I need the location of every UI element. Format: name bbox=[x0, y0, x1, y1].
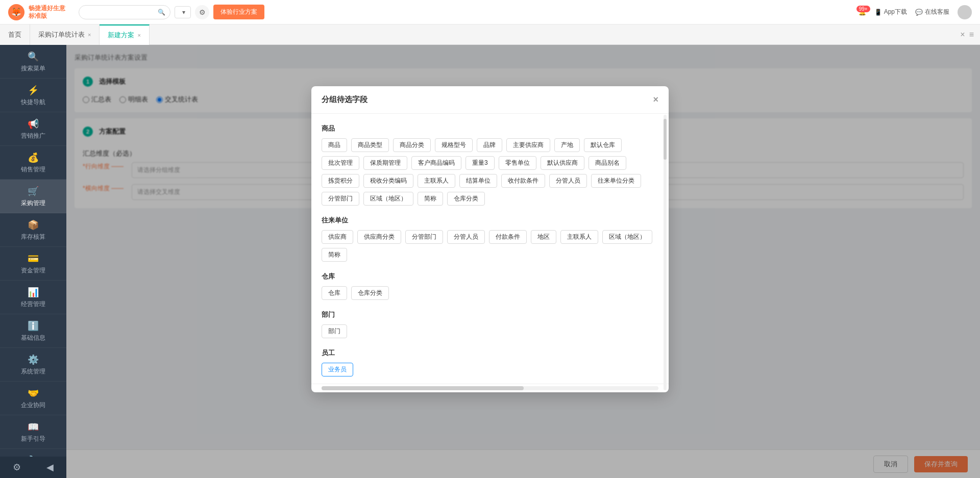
notification-bell[interactable]: 🔔 99+ bbox=[859, 9, 866, 16]
modal-scrollbar-thumb[interactable] bbox=[664, 119, 667, 160]
sidebar-item-operations-label: 经营管理 bbox=[21, 300, 45, 309]
experience-btn[interactable]: 体验行业方案 bbox=[213, 5, 264, 19]
tag-region-area2[interactable]: 区域（地区） bbox=[602, 230, 652, 244]
tab-new-plan-label: 新建方案 bbox=[108, 31, 134, 40]
header-right: 🔔 99+ 📱 App下载 💬 在线客服 bbox=[859, 5, 972, 19]
quick-nav-icon: ⚡ bbox=[28, 85, 39, 96]
logo-text: 畅捷通好生意 标准版 bbox=[29, 5, 65, 19]
sidebar-item-inventory[interactable]: 📦 库存核算 bbox=[0, 213, 66, 247]
sidebar-item-quick-nav[interactable]: ⚡ 快捷导航 bbox=[0, 79, 66, 112]
tab-menu-icon[interactable]: ≡ bbox=[969, 30, 974, 39]
tab-purchase-stats[interactable]: 采购订单统计表 × bbox=[30, 24, 100, 45]
tag-salesman[interactable]: 业务员 bbox=[322, 363, 353, 376]
sidebar-item-sales[interactable]: 💰 销售管理 bbox=[0, 146, 66, 180]
section-product: 商品 商品 商品类型 商品分类 规格型号 品牌 主要供应商 产地 默认仓库 批次… bbox=[322, 124, 658, 206]
logo-icon: 🦊 bbox=[8, 4, 24, 20]
tag-spec-model[interactable]: 规格型号 bbox=[435, 138, 473, 152]
tab-home[interactable]: 首页 bbox=[0, 24, 30, 45]
tag-weight3[interactable]: 重量3 bbox=[465, 156, 495, 170]
modal-close-btn[interactable]: × bbox=[653, 94, 658, 105]
tag-supplier-category[interactable]: 供应商分类 bbox=[357, 230, 401, 244]
sidebar-item-search-label: 搜索菜单 bbox=[21, 64, 45, 73]
sidebar-item-purchase[interactable]: 🛒 采购管理 bbox=[0, 180, 66, 213]
app-download[interactable]: 📱 App下载 bbox=[874, 8, 907, 16]
tag-main-contact[interactable]: 主联系人 bbox=[418, 174, 455, 188]
sidebar-settings-btn[interactable]: ⚙ bbox=[13, 462, 21, 473]
section-product-tags: 商品 商品类型 商品分类 规格型号 品牌 主要供应商 产地 默认仓库 批次管理 … bbox=[322, 138, 658, 206]
tag-default-supplier[interactable]: 默认供应商 bbox=[541, 156, 584, 170]
tag-product-category[interactable]: 商品分类 bbox=[393, 138, 431, 152]
tag-department[interactable]: 部门 bbox=[322, 324, 347, 338]
notification-badge: 99+ bbox=[856, 6, 870, 12]
tab-bar-right: × ≡ bbox=[960, 30, 980, 39]
tag-shelf-life[interactable]: 保质期管理 bbox=[363, 156, 407, 170]
tag-brand[interactable]: 品牌 bbox=[477, 138, 502, 152]
modal-title: 分组待选字段 bbox=[322, 95, 368, 105]
tag-supplier[interactable]: 供应商 bbox=[322, 230, 353, 244]
sidebar-item-marketing-label: 营销推广 bbox=[21, 132, 45, 140]
gear-button[interactable]: ⚙ bbox=[195, 5, 209, 19]
tag-tax-code[interactable]: 税收分类编码 bbox=[363, 174, 413, 188]
tag-customer-code[interactable]: 客户商品编码 bbox=[411, 156, 461, 170]
tag-mgmt-dept[interactable]: 分管部门 bbox=[405, 230, 443, 244]
tag-warehouse-category[interactable]: 仓库分类 bbox=[447, 192, 485, 206]
tag-main-contact2[interactable]: 主联系人 bbox=[560, 230, 598, 244]
tab-bar: 首页 采购订单统计表 × 新建方案 × × ≡ bbox=[0, 24, 980, 45]
tag-product-alias[interactable]: 商品别名 bbox=[589, 156, 626, 170]
tab-purchase-label: 采购订单统计表 bbox=[38, 30, 85, 39]
tag-settlement-unit[interactable]: 结算单位 bbox=[459, 174, 497, 188]
sidebar-item-system[interactable]: ⚙️ 系统管理 bbox=[0, 348, 66, 382]
section-warehouse-tags: 仓库 仓库分类 bbox=[322, 286, 658, 300]
tag-region-area[interactable]: 区域（地区） bbox=[363, 192, 413, 206]
section-partner-tags: 供应商 供应商分类 分管部门 分管人员 付款条件 地区 主联系人 区域（地区） … bbox=[322, 230, 658, 262]
tab-purchase-close[interactable]: × bbox=[88, 32, 91, 38]
finance-icon: 💳 bbox=[28, 253, 39, 264]
header-dropdown[interactable]: ▾ bbox=[175, 6, 191, 18]
tag-warehouse[interactable]: 仓库 bbox=[322, 286, 347, 300]
tag-pick-score[interactable]: 拣货积分 bbox=[322, 174, 359, 188]
service-icon: 💬 bbox=[915, 9, 923, 16]
sidebar-item-newbie[interactable]: 📖 新手引导 bbox=[0, 415, 66, 449]
search-input[interactable] bbox=[79, 5, 170, 19]
tag-product-type[interactable]: 商品类型 bbox=[351, 138, 389, 152]
tag-partner-category[interactable]: 往来单位分类 bbox=[591, 174, 641, 188]
tag-short-name2[interactable]: 简称 bbox=[322, 248, 347, 262]
tag-short-name[interactable]: 简称 bbox=[418, 192, 443, 206]
tab-new-plan-close[interactable]: × bbox=[137, 32, 140, 38]
tag-manager-personnel[interactable]: 分管人员 bbox=[549, 174, 587, 188]
sidebar-item-sales-label: 销售管理 bbox=[21, 165, 45, 174]
sidebar-item-marketing[interactable]: 📢 营销推广 bbox=[0, 112, 66, 146]
tag-mgmt-person[interactable]: 分管人员 bbox=[447, 230, 485, 244]
modal-hscroll-thumb[interactable] bbox=[322, 386, 524, 390]
section-warehouse: 仓库 仓库 仓库分类 bbox=[322, 272, 658, 300]
sidebar-item-finance-label: 资金管理 bbox=[21, 266, 45, 275]
tag-payment-condition[interactable]: 付款条件 bbox=[489, 230, 527, 244]
sidebar-item-finance[interactable]: 💳 资金管理 bbox=[0, 247, 66, 281]
chevron-down-icon: ▾ bbox=[182, 9, 185, 16]
tab-close-all[interactable]: × bbox=[960, 30, 965, 39]
tag-retail-unit[interactable]: 零售单位 bbox=[499, 156, 536, 170]
inventory-icon: 📦 bbox=[28, 219, 39, 231]
marketing-icon: 📢 bbox=[28, 118, 39, 130]
sidebar-item-operations[interactable]: 📊 经营管理 bbox=[0, 281, 66, 314]
tag-origin[interactable]: 产地 bbox=[554, 138, 580, 152]
sidebar-collapse-btn[interactable]: ◀ bbox=[46, 462, 54, 473]
tag-main-supplier[interactable]: 主要供应商 bbox=[506, 138, 550, 152]
tab-new-plan[interactable]: 新建方案 × bbox=[100, 24, 149, 45]
tag-payment-terms[interactable]: 收付款条件 bbox=[501, 174, 545, 188]
search-menu-icon: 🔍 bbox=[28, 51, 39, 62]
tag-product[interactable]: 商品 bbox=[322, 138, 347, 152]
sidebar-item-search[interactable]: 🔍 搜索菜单 bbox=[0, 45, 66, 79]
tag-dept[interactable]: 分管部门 bbox=[322, 192, 359, 206]
tag-district[interactable]: 地区 bbox=[531, 230, 556, 244]
tag-batch-mgmt[interactable]: 批次管理 bbox=[322, 156, 359, 170]
tag-warehouse-type[interactable]: 仓库分类 bbox=[351, 286, 389, 300]
tag-default-warehouse[interactable]: 默认仓库 bbox=[584, 138, 622, 152]
modal-hscroll-track bbox=[322, 386, 658, 390]
sidebar-item-cooperation[interactable]: 🤝 企业协同 bbox=[0, 382, 66, 415]
modal-header: 分组待选字段 × bbox=[311, 86, 669, 114]
section-product-title: 商品 bbox=[322, 124, 658, 133]
sidebar-item-basics[interactable]: ℹ️ 基础信息 bbox=[0, 314, 66, 348]
avatar[interactable] bbox=[958, 5, 972, 19]
online-service[interactable]: 💬 在线客服 bbox=[915, 8, 949, 16]
